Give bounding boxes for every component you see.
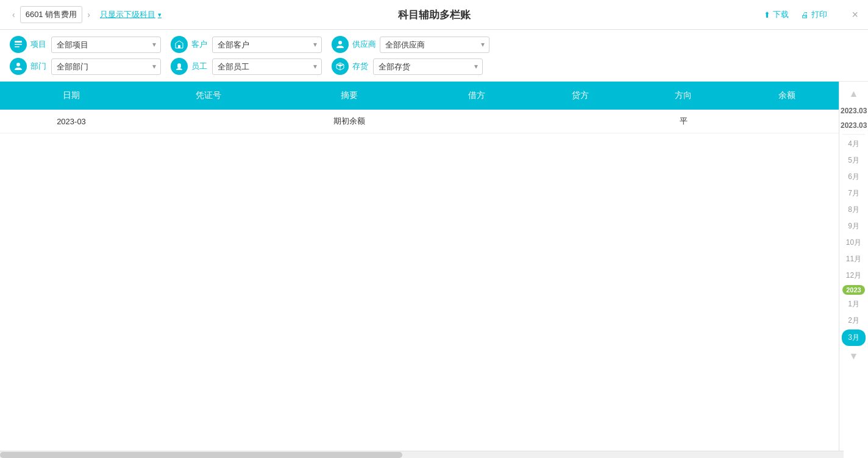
customer-select[interactable]: 全部客户 [212,37,322,53]
filter-customer: 客户 全部客户 [171,36,322,53]
right-sidebar: ▲ 2023.03 2023.03 4月 5月 6月 7月 8月 9月 10月 … [839,82,868,458]
inventory-icon [332,58,349,75]
sidebar-month-10[interactable]: 10月 [839,234,868,251]
col-date: 日期 [0,82,143,110]
cell-balance [735,110,839,133]
cell-voucher [143,110,274,133]
inventory-select[interactable]: 全部存货 [373,58,483,75]
supplier-icon [332,36,349,53]
col-direction: 方向 [632,82,736,110]
sidebar-month-3-active[interactable]: 3月 [842,329,866,346]
sidebar-month-9[interactable]: 9月 [839,218,868,234]
col-debit: 借方 [425,82,528,110]
filter-row-1: 项目 全部项目 客户 全部客户 [10,36,858,53]
table-area[interactable]: 日期 凭证号 摘要 借方 贷方 方向 余额 2023-03 期初余额 [0,82,839,458]
svg-rect-3 [178,45,180,48]
header-actions: ⬆ 下载 🖨 打印 × [764,9,858,21]
scrollbar-thumb[interactable] [0,452,402,458]
sidebar-month-2023-03-b[interactable]: 2023.03 [839,118,868,133]
main-window: ‹ 6601 销售费用 › 只显示下级科目 ▾ 科目辅助多栏账 ⬆ 下载 🖨 打… [0,0,868,458]
filter-row-2: 部门 全部部门 员工 全部员工 [10,58,858,75]
show-sub-toggle[interactable]: 只显示下级科目 ▾ [100,9,162,20]
sidebar-month-6[interactable]: 6月 [839,169,868,185]
sidebar-year-2023[interactable]: 2023 [842,285,864,295]
project-icon [10,36,27,53]
account-code-label: 6601 销售费用 [20,6,83,23]
sidebar-month-7[interactable]: 7月 [839,185,868,202]
download-btn[interactable]: ⬆ 下载 [764,9,789,20]
supplier-select[interactable]: 全部供应商 [380,37,489,53]
employee-select-wrapper: 全部员工 [212,58,322,75]
inventory-label: 存货 [352,61,369,72]
supplier-select-wrapper: 全部供应商 [380,37,489,53]
svg-rect-2 [15,46,20,48]
department-label: 部门 [30,61,48,72]
svg-rect-0 [15,41,22,43]
filter-department: 部门 全部部门 [10,58,161,75]
print-icon: 🖨 [801,10,809,19]
inventory-select-wrapper: 全部存货 [373,58,483,75]
svg-rect-6 [177,63,181,68]
employee-icon [171,58,188,75]
customer-label: 客户 [191,39,208,50]
ledger-table: 日期 凭证号 摘要 借方 贷方 方向 余额 2023-03 期初余额 [0,82,839,133]
sidebar-month-12[interactable]: 12月 [839,267,868,284]
customer-select-wrapper: 全部客户 [212,37,322,53]
sidebar-month-8[interactable]: 8月 [839,202,868,218]
supplier-label: 供应商 [352,39,376,50]
filter-inventory: 存货 全部存货 [332,58,483,75]
account-nav: ‹ 6601 销售费用 › [10,6,93,23]
sidebar-divider-1 [842,134,866,135]
col-balance: 余额 [735,82,839,110]
show-sub-label: 只显示下级科目 [100,9,155,20]
cell-direction: 平 [632,110,736,133]
department-select[interactable]: 全部部门 [51,58,161,75]
employee-select[interactable]: 全部员工 [212,58,322,75]
print-btn[interactable]: 🖨 打印 [801,9,827,20]
page-title: 科目辅助多栏账 [398,8,471,22]
filter-supplier: 供应商 全部供应商 [332,36,489,53]
close-btn[interactable]: × [852,9,858,21]
prev-account-btn[interactable]: ‹ [10,9,18,21]
svg-point-5 [16,63,20,66]
department-select-wrapper: 全部部门 [51,58,161,75]
col-credit: 贷方 [528,82,632,110]
sidebar-month-2[interactable]: 2月 [839,312,868,329]
project-label: 项目 [30,39,48,50]
cell-debit [425,110,528,133]
project-select-wrapper: 全部项目 [51,37,161,53]
scrollbar-track [0,451,844,458]
cell-credit [528,110,632,133]
col-summary: 摘要 [274,82,425,110]
header-bar: ‹ 6601 销售费用 › 只显示下级科目 ▾ 科目辅助多栏账 ⬆ 下载 🖨 打… [0,0,868,30]
customer-icon [171,36,188,53]
project-select[interactable]: 全部项目 [51,37,161,53]
sidebar-down-btn[interactable]: ▼ [844,347,864,366]
department-icon [10,58,27,75]
sidebar-month-1[interactable]: 1月 [839,296,868,312]
table-row: 2023-03 期初余额 平 [0,110,839,133]
show-sub-dropdown-icon: ▾ [158,11,162,19]
sidebar-month-2023-03-a[interactable]: 2023.03 [839,104,868,118]
download-icon: ⬆ [764,10,770,19]
svg-rect-1 [15,44,22,45]
svg-point-4 [338,41,342,44]
sidebar-month-4[interactable]: 4月 [839,136,868,152]
filter-project: 项目 全部项目 [10,36,161,53]
employee-label: 员工 [191,61,208,72]
col-voucher: 凭证号 [143,82,274,110]
cell-date: 2023-03 [0,110,143,133]
sidebar-month-11[interactable]: 11月 [839,251,868,267]
main-content: 日期 凭证号 摘要 借方 贷方 方向 余额 2023-03 期初余额 [0,82,868,458]
table-header-row: 日期 凭证号 摘要 借方 贷方 方向 余额 [0,82,839,110]
filter-bar: 项目 全部项目 客户 全部客户 [0,30,868,82]
filter-employee: 员工 全部员工 [171,58,322,75]
cell-summary: 期初余额 [274,110,425,133]
horizontal-scrollbar[interactable] [0,451,844,458]
next-account-btn[interactable]: › [85,9,93,21]
sidebar-up-btn[interactable]: ▲ [844,84,864,104]
sidebar-month-5[interactable]: 5月 [839,152,868,169]
